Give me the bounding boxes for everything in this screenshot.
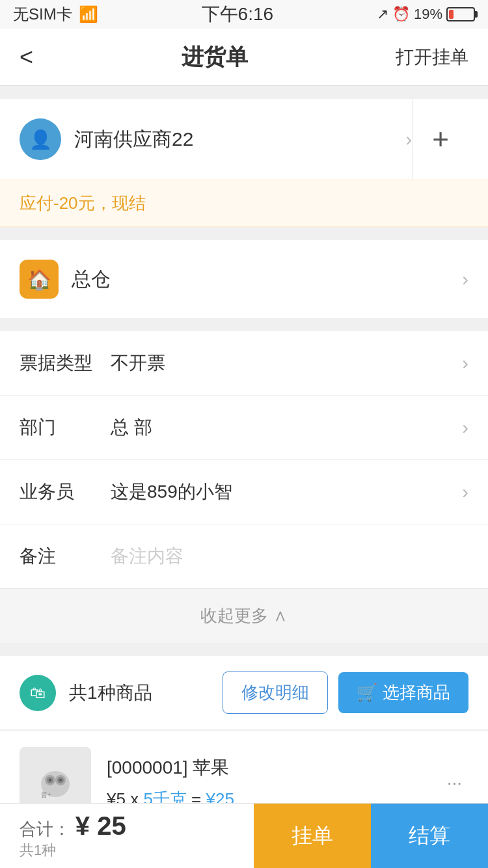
alarm-icon: ⏰ xyxy=(392,6,410,23)
select-products-label: 选择商品 xyxy=(383,681,450,704)
dept-row[interactable]: 部门 总 部 › xyxy=(0,396,488,460)
owl-logo-icon: 普+ xyxy=(36,763,75,802)
battery-icon xyxy=(446,7,475,21)
remark-value[interactable]: 备注内容 xyxy=(98,544,468,569)
gap-1 xyxy=(0,86,488,99)
invoice-value: 不开票 xyxy=(98,351,455,375)
warehouse-chevron-icon: › xyxy=(462,268,468,290)
supplier-warning: 应付-20元，现结 xyxy=(0,180,488,227)
avatar-icon: 👤 xyxy=(29,129,52,150)
status-bar: 无SIM卡 📶 下午6:16 ↗ ⏰ 19% xyxy=(0,0,488,29)
products-icon: 🛍 xyxy=(20,675,56,711)
salesperson-label: 业务员 xyxy=(20,480,98,504)
supplier-chevron-icon: › xyxy=(405,128,412,150)
products-count: 共1种商品 xyxy=(69,681,223,705)
collapse-bar[interactable]: 收起更多 ∧ xyxy=(0,588,488,643)
svg-text:普+: 普+ xyxy=(41,791,51,798)
product-info: [0000001] 苹果 ¥5 x 5千克 = ¥25 xyxy=(107,755,441,811)
location-icon: ↗ xyxy=(377,6,388,23)
bottom-bar: 合计： ¥ 25 共1种 挂单 结算 xyxy=(0,803,488,868)
total-count: 共1种 xyxy=(20,841,234,860)
salesperson-chevron-icon: › xyxy=(462,481,468,503)
supplier-name: 河南供应商22 xyxy=(74,126,399,153)
checkout-button[interactable]: 结算 xyxy=(371,804,488,869)
signal-text: 无SIM卡 xyxy=(13,4,72,25)
total-row: 合计： ¥ 25 xyxy=(20,811,234,841)
supplier-section: 👤 河南供应商22 › + xyxy=(0,99,488,180)
battery-fill xyxy=(449,10,454,19)
page-title: 进货单 xyxy=(182,42,248,72)
product-code: [0000001] xyxy=(107,757,188,778)
product-more-button[interactable]: ··· xyxy=(441,766,468,800)
battery-percent: 19% xyxy=(414,6,442,23)
salesperson-row[interactable]: 业务员 这是859的小智 › xyxy=(0,460,488,524)
warehouse-icon: 🏠 xyxy=(20,260,59,299)
gap-2 xyxy=(0,227,488,240)
product-name-text: 苹果 xyxy=(193,757,229,778)
dept-chevron-icon: › xyxy=(462,416,468,439)
invoice-label: 票据类型 xyxy=(20,351,98,375)
total-section: 合计： ¥ 25 共1种 xyxy=(0,811,254,860)
select-products-button[interactable]: 🛒 选择商品 xyxy=(338,672,468,713)
open-pending-button[interactable]: 打开挂单 xyxy=(396,45,468,70)
warehouse-name: 总仓 xyxy=(72,266,455,293)
supplier-avatar: 👤 xyxy=(20,118,61,160)
warehouse-section[interactable]: 🏠 总仓 › xyxy=(0,240,488,318)
product-name: [0000001] 苹果 xyxy=(107,755,441,780)
wifi-icon: 📶 xyxy=(79,5,98,23)
cart-icon: 🛒 xyxy=(357,683,377,703)
form-section: 票据类型 不开票 › 部门 总 部 › 业务员 这是859的小智 › 备注 备注… xyxy=(0,331,488,588)
nav-bar: < 进货单 打开挂单 xyxy=(0,29,488,86)
products-header: 🛍 共1种商品 修改明细 🛒 选择商品 xyxy=(0,656,488,729)
svg-point-5 xyxy=(49,779,51,781)
back-button[interactable]: < xyxy=(20,44,33,71)
total-amount: ¥ 25 xyxy=(75,811,126,840)
dept-label: 部门 xyxy=(20,415,98,440)
remark-label: 备注 xyxy=(20,544,98,569)
gap-3 xyxy=(0,318,488,331)
svg-point-6 xyxy=(59,779,62,781)
remark-row[interactable]: 备注 备注内容 xyxy=(0,524,488,588)
supplier-row[interactable]: 👤 河南供应商22 › xyxy=(20,99,413,180)
dept-value: 总 部 xyxy=(98,415,455,440)
total-label: 合计： xyxy=(20,819,70,839)
status-right: ↗ ⏰ 19% xyxy=(377,6,475,23)
status-left: 无SIM卡 📶 xyxy=(13,4,98,25)
bag-icon: 🛍 xyxy=(30,684,46,702)
salesperson-value: 这是859的小智 xyxy=(98,480,455,504)
invoice-chevron-icon: › xyxy=(462,352,468,374)
status-time: 下午6:16 xyxy=(202,2,274,27)
edit-details-button[interactable]: 修改明细 xyxy=(223,671,328,714)
add-supplier-button[interactable]: + xyxy=(413,123,468,156)
invoice-row[interactable]: 票据类型 不开票 › xyxy=(0,331,488,396)
hang-order-button[interactable]: 挂单 xyxy=(254,804,371,869)
